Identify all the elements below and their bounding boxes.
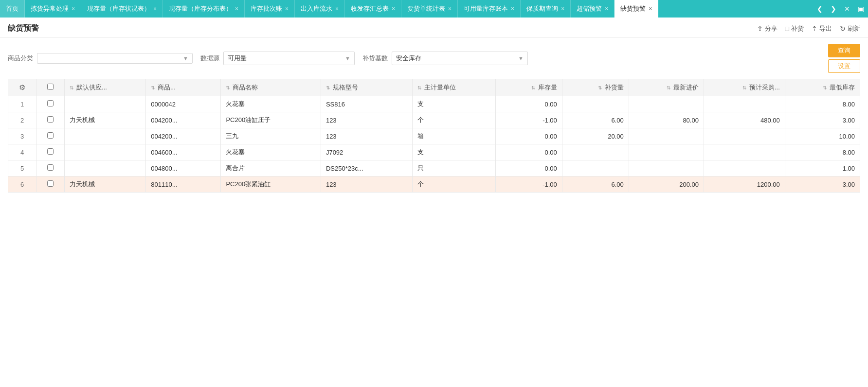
spec-cell: SS816 bbox=[321, 96, 412, 112]
tab-maximize-button[interactable]: ▣ bbox=[854, 0, 868, 18]
refresh-button[interactable]: ↻ 刷新 bbox=[840, 24, 860, 33]
name-cell: 火花塞 bbox=[221, 96, 321, 112]
tab-prev-button[interactable]: ❮ bbox=[813, 0, 827, 18]
row-num-cell: 2 bbox=[8, 112, 36, 128]
column-price: ⇅ 最新进价 bbox=[629, 79, 704, 96]
row-num-cell: 6 bbox=[8, 176, 36, 193]
row-num-cell: 5 bbox=[8, 160, 36, 176]
column-spec-label: 规格型号 bbox=[333, 84, 358, 91]
min-stock-cell: 3.00 bbox=[785, 112, 860, 128]
sort-icon[interactable]: ⇅ bbox=[417, 85, 421, 90]
sort-icon[interactable]: ⇅ bbox=[326, 85, 330, 90]
query-button[interactable]: 查询 bbox=[828, 44, 860, 57]
tab-label: 现存量（库存分布表） bbox=[169, 4, 232, 13]
tab-保质期查询[interactable]: 保质期查询 × bbox=[521, 0, 571, 18]
column-stock: ⇅ 库存量 bbox=[495, 79, 562, 96]
select-all-checkbox[interactable] bbox=[47, 84, 54, 90]
close-icon[interactable]: × bbox=[392, 5, 395, 12]
close-icon[interactable]: × bbox=[153, 5, 157, 12]
settings-button[interactable]: 设置 bbox=[828, 59, 860, 73]
close-icon[interactable]: × bbox=[605, 5, 608, 12]
tab-超储预警[interactable]: 超储预警 × bbox=[571, 0, 615, 18]
row-num-cell: 1 bbox=[8, 96, 36, 112]
category-select[interactable]: ▼ bbox=[37, 53, 193, 64]
code-cell: 004200... bbox=[146, 112, 221, 128]
tab-现存量库存状况表[interactable]: 现存量（库存状况表） × bbox=[81, 0, 163, 18]
stock-cell: 0.00 bbox=[495, 96, 562, 112]
close-icon[interactable]: × bbox=[561, 5, 564, 12]
tab-next-button[interactable]: ❯ bbox=[827, 0, 840, 18]
min-stock-cell: 10.00 bbox=[785, 128, 860, 144]
row-checkbox[interactable] bbox=[47, 180, 54, 187]
column-spec: ⇅ 规格型号 bbox=[321, 79, 412, 96]
column-unit: ⇅ 主计量单位 bbox=[413, 79, 496, 96]
code-cell: 004200... bbox=[146, 128, 221, 144]
close-icon[interactable]: × bbox=[511, 5, 514, 12]
replenish-select[interactable]: 安全库存 ▼ bbox=[392, 52, 528, 65]
share-button[interactable]: ⇪ 分享 bbox=[757, 24, 778, 33]
supplier-cell bbox=[65, 144, 146, 160]
gear-icon[interactable]: ⚙ bbox=[19, 83, 25, 92]
supply-button[interactable]: □ 补货 bbox=[785, 24, 804, 33]
tab-库存批次账[interactable]: 库存批次账 × bbox=[245, 0, 295, 18]
row-checkbox[interactable] bbox=[47, 148, 54, 155]
column-stock-label: 库存量 bbox=[538, 84, 557, 91]
close-icon[interactable]: × bbox=[235, 5, 238, 12]
datasource-select[interactable]: 可用量 ▼ bbox=[223, 52, 355, 65]
sort-icon[interactable]: ⇅ bbox=[531, 85, 535, 90]
filter-actions: 查询 设置 bbox=[828, 44, 860, 73]
supplier-cell bbox=[65, 160, 146, 176]
min-stock-cell: 1.00 bbox=[785, 160, 860, 176]
sort-icon[interactable]: ⇅ bbox=[742, 85, 746, 90]
row-num-cell: 4 bbox=[8, 144, 36, 160]
tab-可用量库存账本[interactable]: 可用量库存账本 × bbox=[458, 0, 521, 18]
min-stock-cell: 8.00 bbox=[785, 96, 860, 112]
close-icon[interactable]: × bbox=[335, 5, 339, 12]
row-checkbox[interactable] bbox=[47, 100, 54, 106]
table-row: 1 0000042 火花塞 SS816 支 0.00 8.00 bbox=[8, 96, 860, 112]
tab-label: 收发存汇总表 bbox=[351, 4, 389, 13]
row-checkbox[interactable] bbox=[47, 116, 54, 123]
row-checkbox[interactable] bbox=[47, 164, 54, 171]
header-actions: ⇪ 分享 □ 补货 ⇡ 导出 ↻ 刷新 bbox=[757, 24, 860, 33]
column-min-label: 最低库存 bbox=[830, 84, 855, 91]
sort-icon[interactable]: ⇅ bbox=[823, 85, 827, 90]
close-icon[interactable]: × bbox=[448, 5, 452, 12]
tab-首页[interactable]: 首页 bbox=[0, 0, 25, 18]
tab-收发存汇总表[interactable]: 收发存汇总表 × bbox=[345, 0, 401, 18]
supply-cell bbox=[562, 96, 629, 112]
close-icon[interactable]: × bbox=[72, 5, 75, 12]
row-num-cell: 3 bbox=[8, 128, 36, 144]
table-row: 3 004200... 三九 123 箱 0.00 20.00 10.00 bbox=[8, 128, 860, 144]
tab-close-button[interactable]: ✕ bbox=[840, 0, 854, 18]
table-body: 1 0000042 火花塞 SS816 支 0.00 8.00 2 力天机械 0… bbox=[8, 96, 860, 193]
close-icon[interactable]: × bbox=[649, 5, 652, 12]
spec-cell: 123 bbox=[321, 128, 412, 144]
sort-icon[interactable]: ⇅ bbox=[70, 85, 73, 90]
table-row: 2 力天机械 004200... PC200油缸庄子 123 个 -1.00 6… bbox=[8, 112, 860, 128]
column-supplier: ⇅ 默认供应... bbox=[65, 79, 146, 96]
sort-icon[interactable]: ⇅ bbox=[598, 85, 602, 90]
row-checkbox[interactable] bbox=[47, 132, 54, 139]
tab-label: 可用量库存账本 bbox=[464, 4, 508, 13]
supplier-cell: 力天机械 bbox=[65, 112, 146, 128]
sort-icon[interactable]: ⇅ bbox=[667, 85, 670, 90]
est-cell bbox=[704, 96, 785, 112]
close-icon[interactable]: × bbox=[285, 5, 289, 12]
price-cell bbox=[629, 128, 704, 144]
sort-icon[interactable]: ⇅ bbox=[226, 85, 230, 90]
tab-要货单统计表[interactable]: 要货单统计表 × bbox=[401, 0, 458, 18]
row-checkbox-cell bbox=[36, 96, 65, 112]
tab-label: 库存批次账 bbox=[251, 4, 282, 13]
sort-icon[interactable]: ⇅ bbox=[151, 85, 155, 90]
tab-label: 现存量（库存状况表） bbox=[87, 4, 150, 13]
tab-现存量库存分布表[interactable]: 现存量（库存分布表） × bbox=[163, 0, 245, 18]
code-cell: 004800... bbox=[146, 160, 221, 176]
tab-出入库流水[interactable]: 出入库流水 × bbox=[295, 0, 345, 18]
export-button[interactable]: ⇡ 导出 bbox=[812, 24, 832, 33]
replenish-label: 补货基数 bbox=[362, 54, 388, 63]
tab-缺货预警[interactable]: 缺货预警 × bbox=[615, 0, 658, 18]
supply-label: 补货 bbox=[791, 24, 804, 33]
tab-拣货异常处理[interactable]: 拣货异常处理 × bbox=[25, 0, 81, 18]
price-cell: 80.00 bbox=[629, 112, 704, 128]
